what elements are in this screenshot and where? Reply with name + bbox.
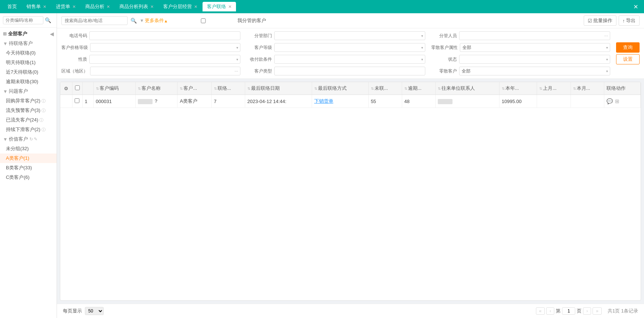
last-method-link[interactable]: 下销货单	[314, 98, 333, 104]
sidebar-item-lost[interactable]: 已流失客户(24) ⓘ	[0, 115, 57, 125]
close-customer-contact-icon[interactable]: ✕	[228, 4, 232, 9]
price-level-label: 客户价格等级	[61, 45, 88, 51]
my-customers-check-input[interactable]	[170, 18, 236, 23]
sidebar-item-7days[interactable]: 近7天待联络(0)	[0, 67, 57, 77]
arrow-value-icon: ▼	[3, 137, 8, 142]
close-purchase-icon[interactable]: ✕	[72, 4, 76, 9]
top-nav: 首页 销售单 ✕ 进货单 ✕ 商品分析 ✕ 商品分析列表 ✕ 客户分层经营 ✕ …	[0, 0, 644, 13]
row-name-cell: ？	[135, 95, 177, 108]
query-button[interactable]: 查询	[616, 42, 640, 53]
retail-attr-select[interactable]: 全部	[460, 43, 610, 52]
filter-customer-level: 客户等级 ▾	[246, 43, 425, 52]
export-button[interactable]: ↑ 导出	[619, 15, 640, 26]
sidebar-item-class-a[interactable]: A类客户(1)	[0, 153, 57, 163]
sort-type-icon[interactable]: ⇅	[180, 86, 183, 91]
region-input[interactable]	[90, 67, 240, 75]
customer-type-input[interactable]	[274, 67, 425, 75]
content-area: 🔍 ▼ 更多条件 ▴ 我分管的客户 ☑ 批量操作 ↑ 导出	[57, 13, 644, 318]
sort-this-year-icon[interactable]: ⇅	[502, 86, 505, 91]
col-gear[interactable]: ⚙	[60, 82, 72, 95]
sort-code-icon[interactable]: ⇅	[96, 86, 99, 91]
tab-home[interactable]: 首页	[3, 2, 21, 11]
refresh-icon[interactable]: ↻	[29, 137, 33, 142]
retail-wrap: 全部 ▾	[459, 67, 610, 75]
sort-contact-icon[interactable]: ⇅	[214, 86, 217, 91]
message-action-icon[interactable]: 💬	[607, 98, 613, 104]
tab-customer-contact[interactable]: 客户联络 ✕	[203, 2, 236, 11]
sidebar-item-loss-warning[interactable]: 流失预警客户(3) ⓘ	[0, 106, 57, 115]
set-button[interactable]: 设置	[616, 54, 640, 64]
close-product-list-icon[interactable]: ✕	[150, 4, 154, 9]
tab-sales[interactable]: 销售单 ✕	[22, 2, 51, 11]
per-page-select[interactable]: 50 100 200	[85, 307, 104, 315]
sidebar-group-problem[interactable]: ▼ 问题客户	[0, 86, 57, 96]
col-this-year: ⇅ 本年...	[499, 82, 537, 95]
sort-last-date-icon[interactable]: ⇅	[247, 86, 250, 91]
row-type-cell: A类客户	[178, 95, 211, 108]
sidebar-group-pending[interactable]: ▼ 待联络客户	[0, 39, 57, 48]
close-product-analysis-icon[interactable]: ✕	[107, 4, 110, 9]
filter-search-icon[interactable]: 🔍	[130, 18, 137, 24]
sort-last-method-icon[interactable]: ⇅	[314, 86, 317, 91]
sidebar-search-input[interactable]	[3, 16, 43, 24]
sidebar-item-abnormal[interactable]: 回购异常客户(2) ⓘ	[0, 96, 57, 106]
sort-last-month-icon[interactable]: ⇅	[539, 86, 542, 91]
status-select[interactable]	[459, 55, 610, 64]
sidebar-item-tomorrow[interactable]: 明天待联络(1)	[0, 58, 57, 67]
qr-action-icon[interactable]: ⊞	[615, 98, 619, 104]
page-first-btn[interactable]: «	[536, 307, 545, 315]
page-prev-btn[interactable]: ‹	[546, 307, 554, 315]
filter-dept: 分管部门 ▾	[246, 31, 425, 40]
batch-ops-button[interactable]: ☑ 批量操作	[584, 15, 616, 26]
sidebar-item-class-b[interactable]: B类客户(33)	[0, 163, 57, 173]
nature-select[interactable]	[89, 55, 240, 64]
sidebar-item-declining[interactable]: 持续下滑客户(2) ⓘ	[0, 125, 57, 134]
sort-overdue-icon[interactable]: ⇅	[404, 86, 407, 91]
tab-product-list[interactable]: 商品分析列表 ✕	[115, 2, 158, 11]
row-checkbox[interactable]	[75, 98, 79, 103]
sidebar-group-value[interactable]: ▼ 价值客户 ↻ ✎	[0, 134, 57, 144]
manager-input[interactable]	[459, 31, 610, 40]
sort-unit-contact-icon[interactable]: ⇅	[438, 86, 441, 91]
page-last-btn[interactable]: »	[593, 307, 602, 315]
close-customer-tier-icon[interactable]: ✕	[194, 4, 197, 9]
tab-customer-tier[interactable]: 客户分层经营 ✕	[159, 2, 202, 11]
page-number-input[interactable]	[562, 307, 575, 315]
row-checkbox-cell[interactable]	[72, 95, 82, 108]
status-label: 状态	[431, 56, 457, 63]
payment-select[interactable]	[274, 55, 425, 64]
row-gear-cell	[60, 95, 72, 108]
dept-select[interactable]	[274, 31, 425, 40]
sidebar-item-class-c[interactable]: C类客户(6)	[0, 173, 57, 182]
sort-this-month-icon[interactable]: ⇅	[573, 86, 576, 91]
my-customers-checkbox[interactable]: 我分管的客户	[170, 17, 266, 24]
sidebar-item-ungrouped[interactable]: 未分组(32)	[0, 144, 57, 153]
row-contact-cell: 7	[211, 95, 245, 108]
sidebar-search-icon[interactable]: 🔍	[45, 17, 51, 23]
select-all-checkbox[interactable]	[75, 85, 80, 90]
close-all-button[interactable]: ✕	[630, 3, 641, 10]
phone-input[interactable]	[89, 31, 240, 40]
table-header-row: ⚙ ⇅ 客户编码	[60, 82, 641, 95]
close-sales-icon[interactable]: ✕	[43, 4, 46, 9]
sidebar-item-today[interactable]: 今天待联络(0)	[0, 48, 57, 58]
tab-purchase[interactable]: 进货单 ✕	[51, 2, 80, 11]
page-next-btn[interactable]: ›	[583, 307, 591, 315]
customer-level-select[interactable]	[274, 43, 425, 52]
edit-value-icon[interactable]: ✎	[34, 137, 37, 142]
all-customers-header[interactable]: ⊞ 全部客户 ◀	[0, 28, 57, 39]
filter-search-input[interactable]	[61, 16, 128, 25]
col-checkbox[interactable]	[72, 82, 82, 95]
sidebar-collapse-btn[interactable]: ◀	[50, 31, 54, 37]
price-level-select[interactable]	[90, 43, 240, 52]
info-loss-warning-icon: ⓘ	[42, 108, 46, 113]
gear-icon[interactable]: ⚙	[64, 86, 68, 91]
filter-customer-type: 客户类型	[246, 67, 425, 75]
tab-product-analysis[interactable]: 商品分析 ✕	[81, 2, 114, 11]
sort-name-icon[interactable]: ⇅	[138, 86, 141, 91]
col-name: ⇅ 客户名称	[135, 82, 177, 95]
sidebar-item-overdue[interactable]: 逾期未联络(30)	[0, 77, 57, 86]
more-conditions-btn[interactable]: ▼ 更多条件 ▴	[140, 17, 167, 24]
sort-no-contact-icon[interactable]: ⇅	[371, 86, 374, 91]
retail-select[interactable]: 全部	[459, 67, 610, 75]
